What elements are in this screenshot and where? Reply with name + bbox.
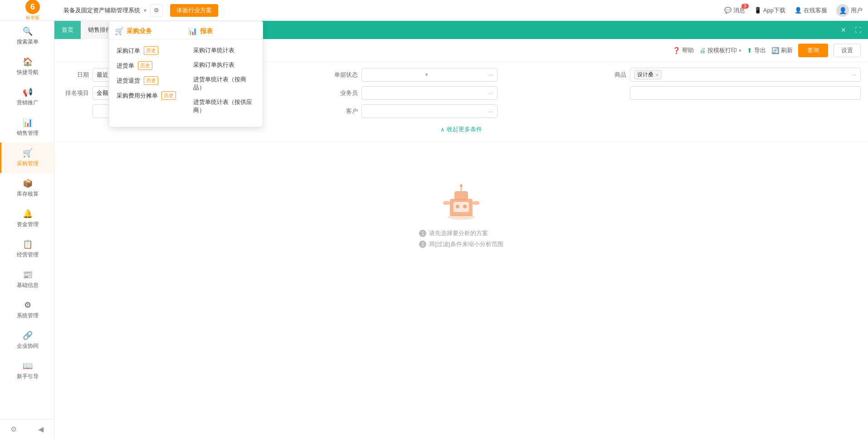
user-menu-button[interactable]: 👤 用户 [836, 4, 863, 17]
filter-rank-label: 排名项目 [62, 89, 89, 97]
filter-customer-item: 客户 ··· [331, 104, 592, 118]
sidebar-item-quick-nav[interactable]: 🏠 快捷导航 [0, 51, 54, 82]
filter-extra-control[interactable] [630, 86, 861, 100]
menu-item-inbound-return[interactable]: 进货退货 历史 [115, 73, 180, 88]
online-service-label: 在线客服 [804, 6, 827, 15]
purchase-section-label: 采购业务 [127, 27, 152, 35]
sidebar-collapse-icon[interactable]: ◀ [38, 425, 44, 434]
system-settings-button[interactable]: ⚙ [150, 4, 163, 17]
sidebar-item-search[interactable]: 🔍 搜索菜单 [0, 21, 54, 51]
menu-item-purchase-order-label: 采购订单 [117, 47, 140, 55]
app-download-button[interactable]: 📱 App下载 [754, 6, 785, 15]
menu-item-inbound-stats-supplier-label: 进货单统计表（按供应商） [193, 98, 255, 114]
message-badge: 9 [741, 4, 749, 9]
query-button[interactable]: 查询 [798, 44, 828, 57]
sidebar-item-system[interactable]: ⚙ 系统管理 [0, 295, 54, 325]
filter-status-control[interactable]: ▾ ··· [361, 68, 497, 82]
sidebar-item-operation[interactable]: 📋 经营管理 [0, 234, 54, 264]
chevron-up-icon: ∧ [440, 126, 445, 133]
filter-customer-control[interactable]: ··· [361, 104, 497, 118]
message-button[interactable]: 💬 消息 9 [724, 6, 745, 15]
menu-item-purchase-order-stats[interactable]: 采购订单统计表 [191, 43, 257, 58]
empty-svg [439, 178, 484, 224]
title-dropdown-icon[interactable]: ▾ [144, 7, 146, 14]
sidebar-label-guide: 新手引导 [17, 373, 39, 380]
empty-illustration [439, 178, 484, 224]
refresh-icon: 🔄 [771, 47, 779, 54]
empty-tip-2: 2 用[过滤]条件来缩小分析范围 [419, 240, 503, 248]
menu-item-purchase-order-exec[interactable]: 采购订单执行表 [191, 58, 257, 72]
empty-tip-2-label: 用[过滤]条件来缩小分析范围 [429, 240, 503, 248]
tab-home[interactable]: 首页 [54, 21, 81, 39]
sidebar-label-search: 搜索菜单 [17, 38, 39, 46]
menu-item-purchase-expense-label: 采购费用分摊单 [117, 92, 158, 100]
user-avatar: 👤 [836, 4, 849, 17]
menu-section-purchase: 🛒 采购业务 [115, 27, 152, 35]
sidebar-label-enterprise: 企业协同 [17, 342, 39, 350]
online-service-button[interactable]: 👤 在线客服 [795, 6, 827, 15]
svg-point-4 [463, 205, 467, 208]
step-num-2: 2 [419, 241, 426, 248]
empty-tip-1-label: 请先选择要分析的方案 [429, 229, 488, 237]
sidebar-settings-icon[interactable]: ⚙ [10, 425, 17, 434]
dropdown-col-purchase: 采购订单 历史 进货单 历史 进货退货 历史 采购费用分摊单 [109, 43, 186, 118]
menu-item-purchase-expense[interactable]: 采购费用分摊单 历史 [115, 88, 180, 103]
help-button[interactable]: ❓ 帮助 [673, 46, 694, 54]
filter-salesman-control[interactable]: ··· [361, 86, 497, 100]
sidebar-item-guide[interactable]: 📖 新手引导 [0, 355, 54, 386]
svg-point-7 [460, 184, 463, 187]
filter-status-label: 单据状态 [331, 71, 358, 79]
system-icon: ⚙ [24, 300, 31, 310]
filter-salesman-more: ··· [488, 90, 493, 97]
finance-icon: 🔔 [23, 209, 33, 219]
filter-goods-control[interactable]: 设计桑 × ··· [630, 68, 861, 82]
sidebar-label-system: 系统管理 [17, 312, 39, 320]
goods-tag-close[interactable]: × [655, 72, 658, 78]
filter-date-label: 日期 [62, 71, 89, 79]
export-button[interactable]: ⬆ 导出 [747, 46, 766, 54]
operation-icon: 📋 [23, 239, 33, 249]
filter-status-more: ··· [488, 71, 493, 78]
sidebar-item-inventory[interactable]: 📦 库存核算 [0, 173, 54, 203]
history-badge-inbound: 历史 [138, 61, 152, 70]
menu-item-inbound-stats-goods[interactable]: 进货单统计表（按商品） [191, 72, 257, 95]
app-download-label: App下载 [763, 6, 785, 15]
menu-item-inbound-return-label: 进货退货 [117, 77, 140, 85]
sidebar-item-basic-info[interactable]: 📰 基础信息 [0, 264, 54, 295]
expand-icon: ⛶ [855, 26, 861, 34]
print-icon: 🖨 [699, 47, 706, 54]
menu-item-purchase-order[interactable]: 采购订单 历史 [115, 43, 180, 58]
system-title-area: 装备及固定资产辅助管理系统 ▾ ⚙ 体验行业方案 [63, 4, 218, 17]
tab-close-all-button[interactable]: ✕ [837, 24, 850, 36]
export-icon: ⬆ [747, 47, 752, 54]
menu-item-inbound[interactable]: 进货单 历史 [115, 58, 180, 73]
sidebar-item-enterprise[interactable]: 🔗 企业协同 [0, 325, 54, 355]
filter-goods-label: 商品 [599, 71, 626, 79]
logo-text: 标准版 [26, 15, 39, 21]
message-icon: 💬 [724, 7, 731, 14]
system-title: 装备及固定资产辅助管理系统 [63, 6, 140, 15]
print-button[interactable]: 🖨 按模板打印 ▾ [699, 46, 741, 54]
step-num-1: 1 [419, 230, 426, 237]
filter-status-item: 单据状态 ▾ ··· [331, 68, 592, 82]
industry-btn[interactable]: 体验行业方案 [170, 4, 218, 17]
sidebar-item-marketing[interactable]: 📢 营销推广 [0, 82, 54, 112]
filter-customer-label: 客户 [331, 107, 358, 115]
report-section-label: 报表 [200, 27, 213, 35]
refresh-button[interactable]: 🔄 刷新 [771, 46, 793, 54]
print-label: 按模板打印 [707, 46, 737, 54]
sidebar-item-sales[interactable]: 📊 销售管理 [0, 112, 54, 143]
menu-item-inbound-stats-goods-label: 进货单统计表（按商品） [193, 75, 255, 92]
menu-section-report: 📊 报表 [188, 27, 213, 35]
filter-status-arrow: ▾ [425, 72, 428, 78]
service-icon: 👤 [795, 7, 802, 14]
sidebar-item-finance[interactable]: 🔔 资金管理 [0, 203, 54, 234]
user-label: 用户 [851, 6, 863, 15]
tab-expand-button[interactable]: ⛶ [852, 24, 864, 36]
sidebar-item-purchase[interactable]: 🛒 采购管理 [0, 143, 54, 173]
menu-item-inbound-stats-supplier[interactable]: 进货单统计表（按供应商） [191, 95, 257, 118]
sidebar: 🔍 搜索菜单 🏠 快捷导航 📢 营销推广 📊 销售管理 🛒 采购管理 📦 库存核… [0, 21, 54, 439]
inventory-icon: 📦 [23, 178, 33, 188]
set-button[interactable]: 设置 [834, 44, 861, 57]
help-label: 帮助 [682, 46, 694, 54]
